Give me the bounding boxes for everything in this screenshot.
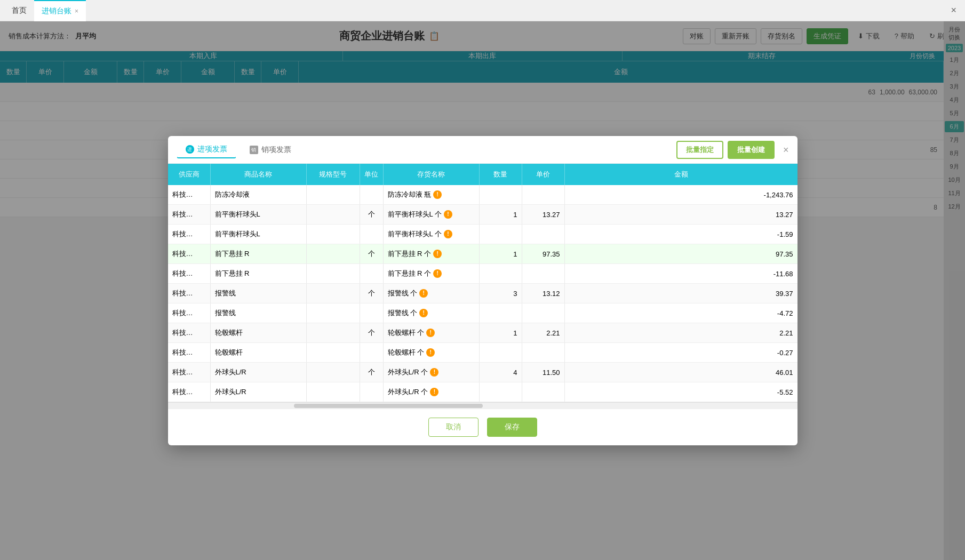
table-row[interactable]: 科技… 轮毂螺杆 轮毂螺杆 个 ! -0.27 — [168, 343, 797, 363]
btn-save[interactable]: 保存 — [487, 418, 537, 437]
scroll-track[interactable] — [168, 402, 797, 409]
table-row[interactable]: 科技… 前下悬挂 R 前下悬挂 R 个 ! -11.68 — [168, 264, 797, 284]
cell-supplier: 科技… — [168, 323, 211, 342]
cell-spec — [307, 343, 360, 362]
cell-amount: -11.68 — [565, 264, 797, 283]
cell-product-name: 轮毂螺杆 — [211, 323, 307, 342]
cell-unit: 个 — [360, 205, 384, 224]
tab-bar: 首页 进销台账 × × — [0, 0, 965, 21]
cell-amount: 46.01 — [565, 363, 797, 382]
th-unit: 单位 — [360, 164, 384, 185]
cell-price — [522, 185, 565, 204]
warning-icon: ! — [419, 309, 428, 317]
cell-qty: 4 — [480, 363, 522, 382]
th-spec: 规格型号 — [307, 164, 360, 185]
cell-supplier: 科技… — [168, 284, 211, 303]
cell-spec — [307, 205, 360, 224]
cell-unit — [360, 343, 384, 362]
scroll-thumb[interactable] — [294, 404, 483, 408]
cell-unit — [360, 225, 384, 244]
cell-product-name: 报警线 — [211, 284, 307, 303]
tab-home[interactable]: 首页 — [4, 0, 34, 21]
table-row[interactable]: 科技… 外球头L/R 外球头L/R 个 ! -5.52 — [168, 382, 797, 402]
dialog-close-icon[interactable]: × — [783, 145, 789, 155]
cell-amount: -0.27 — [565, 343, 797, 362]
btn-batch-create[interactable]: 批量创建 — [728, 141, 775, 159]
warning-icon: ! — [444, 210, 452, 219]
btn-batch-assign[interactable]: 批量指定 — [676, 141, 723, 159]
window-close-icon[interactable]: × — [951, 5, 956, 16]
cell-amount: -4.72 — [565, 303, 797, 323]
warning-icon: ! — [433, 250, 442, 258]
cell-inventory: 前下悬挂 R 个 ! — [384, 264, 480, 283]
cell-qty — [480, 185, 522, 204]
dialog-body: 供应商 商品名称 规格型号 单位 存货名称 数量 — [168, 164, 797, 409]
th-qty: 数量 — [480, 164, 522, 185]
warning-icon: ! — [419, 289, 428, 298]
cell-supplier: 科技… — [168, 363, 211, 382]
table-row[interactable]: 科技… 前平衡杆球头L 个 前平衡杆球头L 个 ! 1 13.27 13.27 — [168, 205, 797, 225]
cell-unit: 个 — [360, 284, 384, 303]
cell-qty — [480, 264, 522, 283]
th-supplier: 供应商 — [168, 164, 211, 185]
tab-close-icon[interactable]: × — [75, 7, 78, 15]
cell-unit: 个 — [360, 363, 384, 382]
cell-price — [522, 382, 565, 402]
cell-unit — [360, 303, 384, 323]
table-row[interactable]: 科技… 前下悬挂 R 个 前下悬挂 R 个 ! 1 97.35 97.35 — [168, 244, 797, 264]
warning-icon: ! — [444, 230, 452, 238]
main-area: 销售成本计算方法： 月平均 商贸企业进销台账 📋 对账 重新开账 存货别名 生成… — [0, 21, 965, 560]
cell-spec — [307, 323, 360, 342]
btn-cancel[interactable]: 取消 — [428, 418, 478, 437]
cell-amount: 39.37 — [565, 284, 797, 303]
cell-inventory: 前下悬挂 R 个 ! — [384, 244, 480, 263]
table-row[interactable]: 科技… 报警线 报警线 个 ! -4.72 — [168, 303, 797, 323]
cell-unit: 个 — [360, 323, 384, 342]
cell-supplier: 科技… — [168, 264, 211, 283]
dtable-body: 科技… 防冻冷却液 防冻冷却液 瓶 ! -1,243.76 科技… 前平衡杆球头… — [168, 185, 797, 402]
cell-spec — [307, 363, 360, 382]
cell-amount: -5.52 — [565, 382, 797, 402]
warning-icon: ! — [426, 348, 435, 357]
cell-supplier: 科技… — [168, 303, 211, 323]
cell-product-name: 外球头L/R — [211, 382, 307, 402]
cell-amount: 2.21 — [565, 323, 797, 342]
cell-inventory: 报警线 个 ! — [384, 303, 480, 323]
dtable-header: 供应商 商品名称 规格型号 单位 存货名称 数量 — [168, 164, 797, 185]
tab-ledger[interactable]: 进销台账 × — [34, 0, 86, 21]
cell-spec — [307, 382, 360, 402]
cell-unit — [360, 185, 384, 204]
table-row[interactable]: 科技… 前平衡杆球头L 前平衡杆球头L 个 ! -1.59 — [168, 225, 797, 244]
table-row[interactable]: 科技… 外球头L/R 个 外球头L/R 个 ! 4 11.50 46.01 — [168, 363, 797, 382]
cell-product-name: 外球头L/R — [211, 363, 307, 382]
tab-home-label: 首页 — [12, 6, 27, 15]
cell-product-name: 前平衡杆球头L — [211, 225, 307, 244]
warning-icon: ! — [430, 388, 438, 396]
th-inventory: 存货名称 — [384, 164, 480, 185]
tab-outgoing[interactable]: 销 销项发票 — [241, 141, 300, 158]
cell-product-name: 前下悬挂 R — [211, 264, 307, 283]
cell-amount: 13.27 — [565, 205, 797, 224]
cell-supplier: 科技… — [168, 382, 211, 402]
cell-inventory: 轮毂螺杆 个 ! — [384, 323, 480, 342]
cell-amount: 97.35 — [565, 244, 797, 263]
table-row[interactable]: 科技… 防冻冷却液 防冻冷却液 瓶 ! -1,243.76 — [168, 185, 797, 205]
cell-spec — [307, 303, 360, 323]
cell-qty: 1 — [480, 323, 522, 342]
cell-spec — [307, 225, 360, 244]
cell-price — [522, 264, 565, 283]
cell-spec — [307, 284, 360, 303]
warning-icon: ! — [433, 269, 442, 278]
cell-supplier: 科技… — [168, 244, 211, 263]
cell-inventory: 外球头L/R 个 ! — [384, 363, 480, 382]
cell-qty — [480, 303, 522, 323]
cell-price: 13.27 — [522, 205, 565, 224]
th-product-name: 商品名称 — [211, 164, 307, 185]
tab-incoming[interactable]: 进 进项发票 — [177, 141, 236, 158]
cell-amount: -1,243.76 — [565, 185, 797, 204]
cell-price — [522, 303, 565, 323]
table-row[interactable]: 科技… 报警线 个 报警线 个 ! 3 13.12 39.37 — [168, 284, 797, 303]
cell-spec — [307, 185, 360, 204]
table-row[interactable]: 科技… 轮毂螺杆 个 轮毂螺杆 个 ! 1 2.21 2.21 — [168, 323, 797, 343]
cell-spec — [307, 264, 360, 283]
